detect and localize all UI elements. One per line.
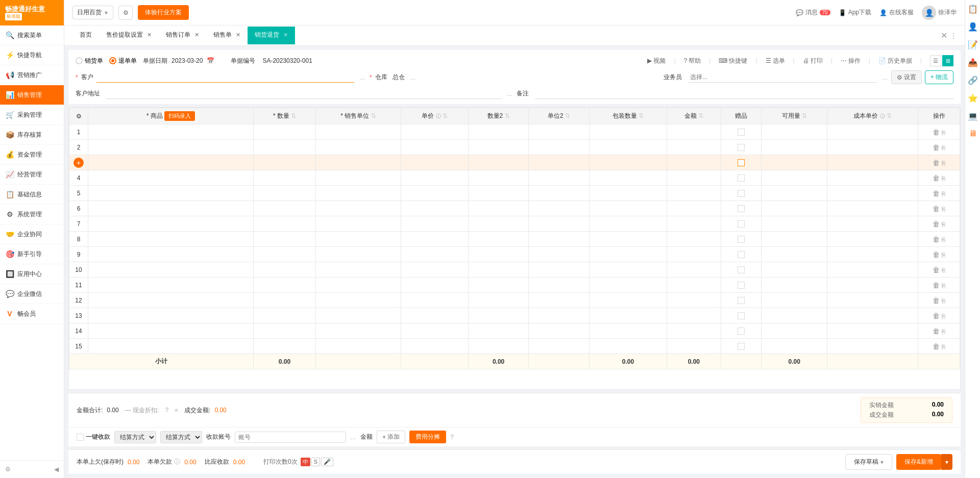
sidebar-item-quick-nav[interactable]: ⚡ 快捷导航 <box>0 45 64 65</box>
right-panel-icon-4[interactable]: 📤 <box>968 58 978 67</box>
gift-cell[interactable] <box>721 155 762 170</box>
gift-cell[interactable] <box>721 140 762 155</box>
sidebar-item-marketing[interactable]: 📢 营销推广 <box>0 65 64 85</box>
unit-price-cell[interactable] <box>401 155 469 170</box>
account-input[interactable] <box>235 432 346 443</box>
experience-btn[interactable]: 体验行业方案 <box>138 5 189 20</box>
sidebar-item-guide[interactable]: 🎯 新手引导 <box>0 244 64 264</box>
save-new-btn[interactable]: 保存&新增 <box>896 454 941 470</box>
fee-help-icon[interactable]: ? <box>450 434 454 441</box>
delete-icon[interactable]: 🗑 <box>933 250 940 259</box>
gift-checkbox[interactable] <box>738 266 745 273</box>
address-input[interactable] <box>106 88 501 99</box>
gift-cell[interactable] <box>721 124 762 140</box>
sidebar-item-collab[interactable]: 🤝 企业协同 <box>0 224 64 244</box>
unit2-cell[interactable] <box>529 140 590 155</box>
amount-cell[interactable] <box>667 140 721 155</box>
gift-checkbox[interactable] <box>738 144 745 151</box>
add-row-btn[interactable]: + <box>74 158 84 168</box>
fee-split-btn[interactable]: 费用分摊 <box>409 431 446 443</box>
video-btn[interactable]: ▶ 视频 <box>647 57 666 65</box>
copy-icon[interactable]: ⎘ <box>942 190 945 197</box>
history-btn[interactable]: 📄 历史单据 <box>878 57 912 65</box>
copy-icon[interactable]: ⎘ <box>942 328 945 335</box>
quantity-cell[interactable] <box>254 155 315 170</box>
sidebar-item-finance[interactable]: 💰 资金管理 <box>0 145 64 165</box>
delete-icon[interactable]: 🗑 <box>933 174 940 182</box>
save-new-chevron-btn[interactable]: ▾ <box>941 454 952 470</box>
quantity-cell[interactable] <box>254 124 315 140</box>
gift-checkbox[interactable] <box>738 328 745 335</box>
tab-price-extract-close[interactable]: ✕ <box>147 32 152 38</box>
operate-btn[interactable]: ⋯ 操作 <box>841 57 861 65</box>
tab-home[interactable]: 首页 <box>72 27 99 44</box>
tab-sales-order-close[interactable]: ✕ <box>194 32 199 38</box>
amount-cell[interactable] <box>667 155 721 170</box>
copy-icon[interactable]: ⎘ <box>942 282 945 289</box>
collapse-icon[interactable]: ◀ <box>54 466 59 473</box>
product-cell[interactable] <box>88 140 254 155</box>
quantity2-cell[interactable] <box>468 140 529 155</box>
right-panel-icon-3[interactable]: 📝 <box>968 40 978 49</box>
right-panel-icon-2[interactable]: 👤 <box>968 22 978 32</box>
customer-select-icon[interactable]: … <box>359 74 365 81</box>
copy-icon[interactable]: ⎘ <box>942 144 945 152</box>
copy-icon[interactable]: ⎘ <box>942 343 945 350</box>
industry-select[interactable]: 日用百货 ▾ <box>72 6 113 19</box>
sidebar-item-search[interactable]: 🔍 搜索菜单 <box>0 26 64 45</box>
gift-checkbox[interactable] <box>738 220 745 228</box>
quantity-cell[interactable] <box>254 140 315 155</box>
gift-checkbox[interactable] <box>738 190 745 197</box>
delete-icon[interactable]: 🗑 <box>933 281 940 289</box>
sidebar-item-member[interactable]: V 畅会员 <box>0 304 64 324</box>
select-btn[interactable]: ☰ 选单 <box>766 57 785 65</box>
delete-icon[interactable]: 🗑 <box>933 143 940 152</box>
right-panel-icon-7[interactable]: 💻 <box>968 111 978 121</box>
unit-price-cell[interactable] <box>401 124 469 140</box>
tab-return-close[interactable]: ✕ <box>283 32 288 38</box>
delete-icon[interactable]: 🗑 <box>933 235 940 243</box>
right-panel-icon-1[interactable]: 📋 <box>968 4 978 14</box>
copy-icon[interactable]: ⎘ <box>942 267 945 274</box>
copy-icon[interactable]: ⎘ <box>942 221 945 228</box>
sidebar-item-system[interactable]: ⚙ 系统管理 <box>0 205 64 224</box>
customer-input[interactable] <box>96 72 354 83</box>
gift-checkbox[interactable] <box>738 236 745 243</box>
payment-checkbox[interactable] <box>77 434 84 441</box>
delete-icon[interactable]: 🗑 <box>933 312 940 320</box>
settlement-select[interactable]: 结算方式 <box>114 431 156 443</box>
unit2-cell[interactable] <box>529 155 590 170</box>
shortcut-btn[interactable]: ⌨ 快捷键 <box>719 57 747 65</box>
tab-price-extract[interactable]: 售价提取设置 ✕ <box>99 27 159 44</box>
radio-sales[interactable]: 销货单 <box>76 57 103 65</box>
right-panel-icon-8[interactable]: 🖥 <box>969 129 977 138</box>
table-view-btn[interactable]: ☰ <box>930 55 941 66</box>
address-select-icon[interactable]: … <box>506 90 512 97</box>
cost-price-cell[interactable] <box>827 155 918 170</box>
sidebar-item-basic-info[interactable]: 📋 基础信息 <box>0 185 64 205</box>
calendar-icon[interactable]: 📅 <box>207 57 214 64</box>
copy-icon[interactable]: ⎘ <box>942 160 945 167</box>
topbar-settings-btn[interactable]: ⚙ <box>118 6 133 20</box>
add-btn[interactable]: + 添加 <box>377 431 405 443</box>
copy-icon[interactable]: ⎘ <box>942 206 945 213</box>
gift-checkbox[interactable] <box>738 297 745 304</box>
copy-icon[interactable]: ⎘ <box>942 129 945 136</box>
right-panel-icon-6[interactable]: ⭐ <box>968 93 978 103</box>
cost-price-cell[interactable] <box>827 124 918 140</box>
message-btn[interactable]: 💬 消息 70 <box>796 8 830 17</box>
staff-select-icon[interactable]: … <box>882 74 888 81</box>
copy-icon[interactable]: ⎘ <box>942 313 945 320</box>
sidebar-item-purchase[interactable]: 🛒 采购管理 <box>0 105 64 125</box>
app-download-btn[interactable]: 📱 App下载 <box>839 8 871 17</box>
pack-qty-cell[interactable] <box>589 140 667 155</box>
sidebar-item-operations[interactable]: 📈 经营管理 <box>0 165 64 185</box>
gift-checkbox[interactable] <box>738 343 745 350</box>
gift-checkbox[interactable] <box>738 205 745 212</box>
gift-checkbox[interactable] <box>738 282 745 289</box>
gift-checkbox-active[interactable] <box>738 159 745 166</box>
product-cell-active[interactable] <box>88 155 254 170</box>
gift-checkbox[interactable] <box>738 312 745 319</box>
delete-icon[interactable]: 🗑 <box>933 266 940 274</box>
grid-view-btn[interactable]: ⊞ <box>942 55 953 66</box>
